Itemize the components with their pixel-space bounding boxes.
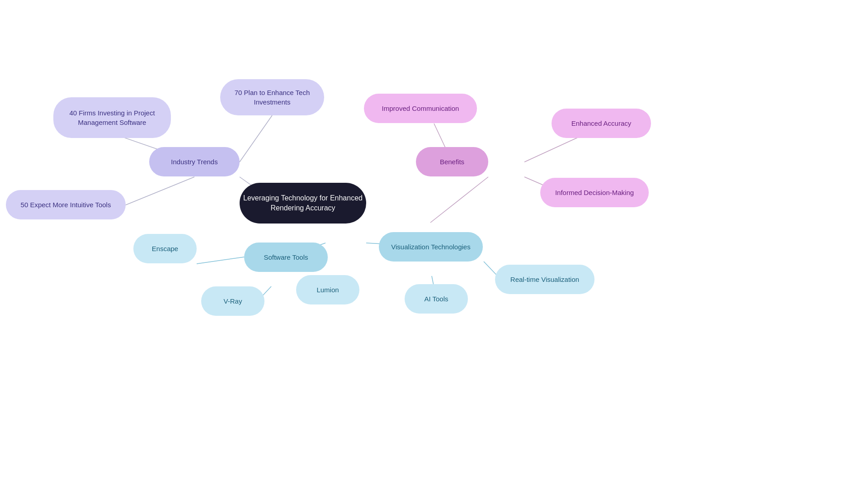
lumion-node: Lumion bbox=[296, 275, 359, 304]
realtime-viz-node: Real-time Visualization bbox=[495, 265, 594, 294]
svg-line-3 bbox=[126, 177, 194, 205]
software-tools-node: Software Tools bbox=[244, 243, 328, 272]
improved-communication-label: Improved Communication bbox=[380, 104, 461, 113]
viz-tech-label: Visualization Technologies bbox=[389, 242, 472, 252]
center-node: Leveraging Technology for Enhanced Rende… bbox=[240, 183, 366, 224]
enhanced-accuracy-label: Enhanced Accuracy bbox=[570, 119, 633, 128]
svg-line-6 bbox=[524, 137, 579, 162]
lumion-label: Lumion bbox=[315, 285, 340, 295]
enhanced-accuracy-node: Enhanced Accuracy bbox=[552, 109, 651, 138]
expect-50-label: 50 Expect More Intuitive Tools bbox=[19, 200, 113, 209]
ai-tools-label: AI Tools bbox=[422, 294, 450, 304]
industry-trends-node: Industry Trends bbox=[149, 147, 240, 176]
svg-line-2 bbox=[240, 115, 272, 162]
plan-70-node: 70 Plan to Enhance TechInvestments bbox=[220, 79, 324, 115]
ai-tools-node: AI Tools bbox=[405, 284, 468, 314]
viz-tech-node: Visualization Technologies bbox=[379, 232, 483, 262]
vray-label: V-Ray bbox=[222, 296, 244, 306]
firms-40-node: 40 Firms Investing in ProjectManagement … bbox=[53, 97, 171, 138]
informed-decision-label: Informed Decision-Making bbox=[553, 188, 636, 197]
improved-communication-node: Improved Communication bbox=[364, 94, 477, 123]
vray-node: V-Ray bbox=[201, 286, 264, 316]
benefits-node: Benefits bbox=[416, 147, 488, 176]
benefits-label: Benefits bbox=[438, 157, 466, 167]
realtime-viz-label: Real-time Visualization bbox=[509, 275, 581, 284]
svg-line-4 bbox=[430, 177, 488, 223]
enscape-node: Enscape bbox=[133, 234, 197, 263]
svg-line-9 bbox=[197, 257, 244, 264]
plan-70-label: 70 Plan to Enhance TechInvestments bbox=[233, 88, 312, 107]
enscape-label: Enscape bbox=[150, 244, 180, 253]
firms-40-label: 40 Firms Investing in ProjectManagement … bbox=[67, 108, 156, 127]
industry-trends-label: Industry Trends bbox=[169, 157, 219, 167]
expect-50-node: 50 Expect More Intuitive Tools bbox=[6, 190, 126, 219]
informed-decision-node: Informed Decision-Making bbox=[540, 178, 649, 207]
center-label: Leveraging Technology for Enhanced Rende… bbox=[240, 193, 366, 214]
software-tools-label: Software Tools bbox=[262, 252, 310, 262]
